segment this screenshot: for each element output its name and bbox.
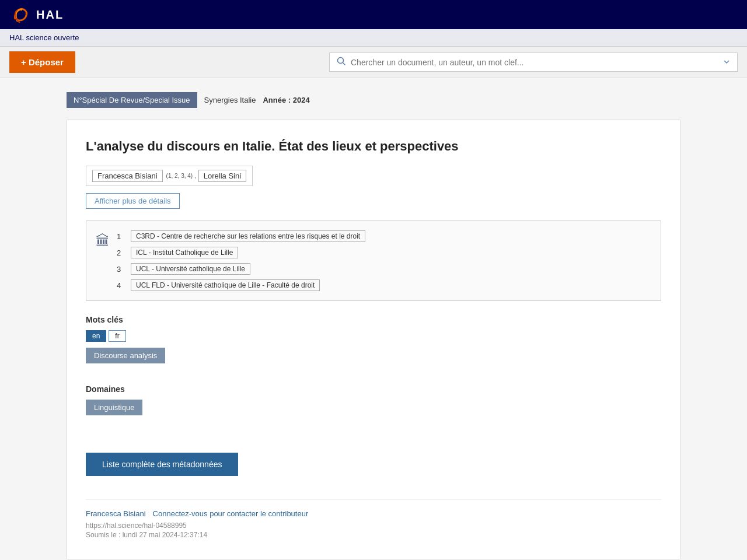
hal-logo[interactable]: HAL: [9, 4, 64, 25]
keyword-discourse-analysis[interactable]: Discourse analysis: [86, 348, 165, 363]
type-badge: N°Spécial De Revue/Special Issue: [67, 92, 197, 108]
footer-author-link[interactable]: Francesca Bisiani: [86, 509, 146, 518]
type-row: N°Spécial De Revue/Special Issue Synergi…: [67, 92, 680, 108]
toolbar: + Déposer: [0, 47, 747, 78]
authors-row: Francesca Bisiani (1, 2, 3, 4) , Lorella…: [86, 166, 253, 186]
content-area: N°Spécial De Revue/Special Issue Synergi…: [53, 92, 694, 559]
svg-point-1: [338, 58, 344, 64]
year-label: Année : 2024: [263, 96, 309, 104]
footer-submitted: Soumis le : lundi 27 mai 2024-12:37:14: [86, 531, 661, 539]
search-icon: [337, 57, 346, 68]
affiliations-list: 1 C3RD - Centre de recherche sur les rel…: [117, 230, 365, 291]
hal-logo-icon: [9, 4, 30, 25]
affiliation-item: 2 ICL - Institut Catholique de Lille: [117, 247, 365, 258]
article-title: L'analyse du discours en Italie. État de…: [86, 139, 661, 154]
svg-line-2: [343, 63, 345, 65]
affiliations-box: 🏛 1 C3RD - Centre de recherche sur les r…: [86, 220, 661, 301]
sub-nav: HAL science ouverte: [0, 29, 747, 47]
metadata-section: Liste complète des métadonnées: [86, 439, 661, 490]
article-card: L'analyse du discours en Italie. État de…: [67, 120, 680, 559]
journal-name: Synergies Italie: [204, 96, 256, 104]
card-footer: Francesca Bisiani Connectez-vous pour co…: [86, 499, 661, 539]
institution-icon: 🏛: [96, 230, 110, 291]
lang-tab-en[interactable]: en: [86, 330, 106, 342]
affil-name-3[interactable]: UCL - Université catholique de Lille: [131, 263, 250, 275]
lang-tab-fr[interactable]: fr: [109, 330, 125, 342]
top-nav: HAL: [0, 0, 747, 29]
affil-name-2[interactable]: ICL - Institut Catholique de Lille: [131, 247, 238, 258]
footer-url: https://hal.science/hal-04588995: [86, 522, 661, 530]
chevron-down-icon[interactable]: [723, 58, 730, 67]
search-input[interactable]: [351, 58, 718, 67]
affil-num-4: 4: [117, 281, 126, 290]
subnav-link[interactable]: HAL science ouverte: [9, 33, 79, 42]
affil-num-2: 2: [117, 249, 126, 257]
affiliation-item: 4 UCL FLD - Université catholique de Lil…: [117, 279, 365, 291]
deposit-button[interactable]: + Déposer: [9, 51, 75, 73]
footer-links: Francesca Bisiani Connectez-vous pour co…: [86, 509, 661, 518]
keywords-section-label: Mots clés: [86, 315, 661, 324]
author-francesca[interactable]: Francesca Bisiani: [92, 170, 163, 182]
affil-name-1[interactable]: C3RD - Centre de recherche sur les relat…: [131, 230, 365, 242]
affil-name-4[interactable]: UCL FLD - Université catholique de Lille…: [131, 279, 320, 291]
affil-num-3: 3: [117, 265, 126, 274]
affiliation-item: 1 C3RD - Centre de recherche sur les rel…: [117, 230, 365, 242]
author-lorella[interactable]: Lorella Sini: [198, 170, 246, 182]
search-bar: [329, 52, 738, 72]
affiliation-item: 3 UCL - Université catholique de Lille: [117, 263, 365, 275]
show-details-button[interactable]: Afficher plus de détails: [86, 193, 180, 209]
hal-logo-text: HAL: [36, 8, 64, 22]
domain-linguistique[interactable]: Linguistique: [86, 400, 142, 415]
metadata-button[interactable]: Liste complète des métadonnées: [86, 453, 238, 476]
affil-num-1: 1: [117, 232, 126, 241]
lang-tabs: en fr: [86, 330, 661, 342]
footer-contact-link[interactable]: Connectez-vous pour contacter le contrib…: [153, 509, 309, 518]
author-francesca-sup: (1, 2, 3, 4) ,: [166, 173, 196, 179]
domains-section-label: Domaines: [86, 384, 661, 394]
